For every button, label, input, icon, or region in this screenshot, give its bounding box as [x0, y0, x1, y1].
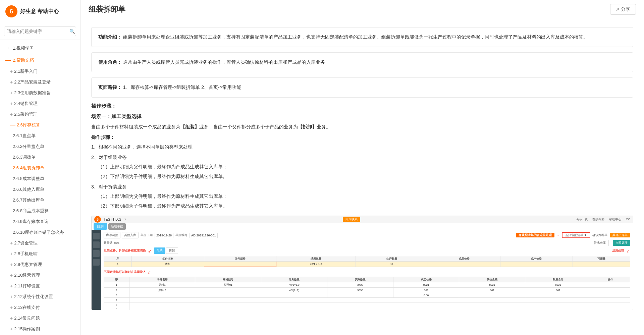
sidebar-item-s27[interactable]: + 2.7资金管理 — [0, 238, 80, 248]
mock-lth-child-name: 子件名称 — [129, 277, 195, 282]
sidebar-item-i264[interactable]: 2.6.4组装拆卸单 — [0, 163, 80, 173]
mock-annotation3-arrow: ↙ — [626, 248, 630, 254]
sidebar-item-s22[interactable]: + 2.2产品安装及登录 — [0, 77, 80, 88]
plus-icon-s215: + — [10, 326, 13, 332]
sidebar-item-s29[interactable]: + 2.9优惠券管理 — [0, 259, 80, 270]
mock-lower-row5: 5 — [104, 302, 630, 307]
sidebar-item-i265[interactable]: 2.6.5成本调整单 — [0, 173, 80, 184]
mock-th-cost-price: 成本价格 — [500, 256, 573, 262]
nav-section-videos: + 1.视频学习 — [0, 43, 80, 54]
mock-lth-op: 操作 — [591, 277, 630, 282]
mock-lcell: 801 — [393, 288, 459, 293]
sidebar-item-s211[interactable]: + 2.11打印设置 — [0, 281, 80, 291]
sidebar-item-s24[interactable]: + 2.4销售管理 — [0, 98, 80, 109]
mock-lcell — [591, 288, 630, 293]
mock-content-area: 库存调拨 其他入库 单据日期 2019-12-26 单据编号 AD-201912… — [92, 230, 633, 310]
sidebar-item-s25[interactable]: + 2.5采购管理 — [0, 109, 80, 120]
sidebar-item-i263[interactable]: 2.6.3调拨单 — [0, 152, 80, 163]
search-button[interactable]: 🔍 — [66, 27, 76, 36]
sidebar-item-i2610[interactable]: 2.6.10库存账本错了怎么办 — [0, 227, 80, 238]
ops-steps-title: 操作步骤： — [91, 103, 633, 109]
role-block: 使用角色： 通常由生产人员或库管人员完成拆装业务的操作，库管人员确认原材料的出库… — [91, 52, 633, 72]
mock-cell — [204, 262, 276, 267]
sidebar-item-i267[interactable]: 2.6.7其他出库单 — [0, 195, 80, 206]
mock-code-label: 单据编号 — [175, 233, 187, 237]
mock-tab-active: 自购 — [94, 223, 107, 230]
sidebar-item-s213[interactable]: + 2.13在线支付 — [0, 302, 80, 313]
mock-th-seq: 序 — [104, 256, 132, 262]
plus-icon-s25: + — [10, 112, 13, 117]
step1: 1、根据不同的业务，选择不同单据的类型来处理 — [91, 143, 633, 152]
nav-list: + 1.视频学习 — 2.帮助文档 + 2.1新手入门 + 2.2产品安装及登录 — [0, 40, 80, 335]
mock-type-disassemble: 拆卸 — [166, 247, 178, 254]
mock-sidebar-icon-1 — [93, 233, 100, 239]
mock-type-buttons: 库存调拨 其他入库 — [104, 232, 139, 238]
mock-annotation1-text: 有装配清单的在这里处理 — [516, 233, 554, 237]
sidebar-item-s212-label: 2.12系统个性化设置 — [14, 294, 53, 300]
sidebar-item-i261[interactable]: 2.6.1盘点单 — [0, 130, 80, 141]
main-content: 组装拆卸单 ↗ 分享 功能介绍： 组装拆卸单用来处理企业组装或拆卸等加工业务，支… — [80, 0, 644, 335]
mock-lcell — [261, 293, 327, 298]
sidebar-item-s26[interactable]: — 2.6库存核算 — [0, 120, 80, 130]
mock-th-result-qty: 结果数量 — [276, 256, 356, 262]
sidebar-item-s25-label: 2.5采购管理 — [14, 111, 38, 117]
mock-lcell: 8321 — [525, 282, 591, 288]
mock-lcell: 2 — [104, 288, 129, 293]
mock-form-row2: 数量共 3/06 货地仓库 立即处理 — [104, 240, 630, 246]
mock-lower-row3: 3 0.00 — [104, 293, 630, 298]
sidebar-item-s21[interactable]: + 2.1新手入门 — [0, 66, 80, 77]
sidebar-item-i268[interactable]: 2.6.8商品成本重算 — [0, 206, 80, 216]
share-button[interactable]: ↗ 分享 — [610, 4, 636, 15]
sidebar-item-videos[interactable]: + 1.视频学习 — [0, 43, 80, 54]
mock-upper-table-header: 序 父件名称 父件规格 结果数量 生产数量 成品价格 成本价格 可用量 — [104, 256, 630, 262]
mock-lth-est-amount: 预估金额 — [459, 277, 525, 282]
mock-lth-actual-qty: 实际数量 — [327, 277, 393, 282]
mock-lcell: 4 — [104, 298, 129, 302]
mock-upper-table-body: 1 木柜 45/1 = 1.0 12 — [104, 262, 630, 267]
path-block: 页面路径： 1、库存核算->库存管理->组装拆卸单 2、首页->常用功能 — [91, 77, 633, 97]
mock-btn-kucun: 库存调拨 — [104, 232, 120, 238]
mock-lcell: 3430 — [327, 282, 393, 288]
mock-date-value: 2019-12-26 — [155, 233, 173, 238]
sidebar-item-s27-label: 2.7资金管理 — [14, 240, 38, 246]
sidebar-item-i262[interactable]: 2.6.2分量盘点单 — [0, 141, 80, 152]
mock-cell: 木柜 — [131, 262, 204, 267]
mock-lcell — [591, 293, 630, 298]
mock-th-parent-spec: 父件规格 — [204, 256, 276, 262]
sidebar-item-docs[interactable]: — 2.帮助文档 — [0, 55, 80, 66]
mock-sidebar-icon-2 — [93, 241, 100, 248]
mock-topbar: 6 TEST-H002 ▼ 同期联系 App下载 在线帮助 帮助中心 CC — [92, 216, 633, 223]
sidebar-item-s23[interactable]: + 2.3使用前数据准备 — [0, 88, 80, 98]
plus-icon: + — [5, 46, 11, 51]
mock-type-area: 组装业务、拆卸业务在这里切换 ↙ 组装 拆卸 启用处理 ↙ — [104, 247, 630, 254]
mock-confirm-btn: 确认到料单 — [592, 233, 607, 237]
page-title: 组装拆卸单 — [89, 4, 125, 14]
mock-warehouse-input: 货地仓库 — [591, 240, 609, 246]
sidebar-item-s212[interactable]: + 2.12系统个性化设置 — [0, 291, 80, 302]
share-label: 分享 — [621, 6, 630, 12]
sidebar-item-s215[interactable]: + 2.15操作案例 — [0, 324, 80, 334]
sidebar-item-s21-label: 2.1新手入门 — [14, 68, 38, 74]
function-intro-label: 功能介绍： — [98, 34, 122, 40]
mock-select-assemble-area: 有装配清单的在这里处理 → 选择装配清单 ▼ 确认到料单 其他出库单 — [516, 233, 630, 237]
mock-sidebar-mini — [92, 230, 101, 310]
sidebar-item-s28[interactable]: + 2.8手机旺辅 — [0, 248, 80, 259]
mock-lcell: 45/1=1.0 — [261, 282, 327, 288]
sidebar-item-s210[interactable]: + 2.10经营管理 — [0, 270, 80, 281]
sidebar-item-i266[interactable]: 2.6.6其他入库单 — [0, 184, 80, 195]
mock-lcell — [195, 293, 261, 298]
mock-lower-row1: 1 原料1 型号01 45/1=1.0 3430 8321 8321 8321 — [104, 282, 630, 288]
mock-btn-ruku: 其他入库 — [122, 232, 139, 238]
plus-icon-s21: + — [10, 69, 13, 74]
mock-qty-label: 数量共 3/06 — [104, 241, 119, 245]
mock-arrow1: → — [556, 233, 559, 237]
mock-lcell: 45/(1+1) — [261, 288, 327, 293]
mock-lcell — [327, 293, 393, 298]
mock-lcell — [129, 302, 630, 307]
sidebar-item-i269[interactable]: 2.6.9库存账本查询 — [0, 216, 80, 227]
search-box: 🔍 — [4, 26, 76, 36]
search-input[interactable] — [4, 27, 66, 36]
sidebar-item-s215-label: 2.15操作案例 — [14, 326, 40, 332]
sidebar-item-s214[interactable]: + 2.14常见问题 — [0, 313, 80, 324]
mock-cell: 45/1 = 1.0 — [276, 262, 356, 267]
